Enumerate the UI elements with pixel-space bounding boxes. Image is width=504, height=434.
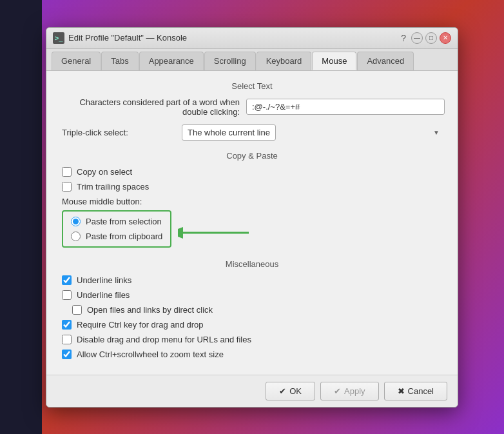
require-ctrl-drag-checkbox[interactable] (62, 320, 72, 330)
miscellaneous-section-title: Miscellaneous (59, 259, 445, 269)
paste-from-clipboard-radio[interactable] (71, 232, 81, 241)
maximize-button[interactable]: □ (425, 32, 437, 44)
copy-paste-section-title: Copy & Paste (59, 151, 445, 161)
disable-drag-drop-row: Disable drag and drop menu for URLs and … (59, 335, 445, 344)
tab-general[interactable]: General (52, 52, 101, 70)
paste-from-selection-row: Paste from selection (71, 217, 162, 226)
mouse-middle-radio-group: Paste from selection Paste from clipboar… (62, 210, 171, 248)
underline-files-label: Underline files (77, 290, 130, 300)
trim-trailing-checkbox[interactable] (62, 182, 72, 192)
select-text-section-title: Select Text (59, 81, 445, 91)
apply-icon: ✔ (334, 386, 341, 396)
ok-label: OK (289, 386, 302, 396)
underline-links-checkbox[interactable] (62, 275, 72, 285)
tabs-bar: General Tabs Appearance Scrolling Keyboa… (46, 49, 458, 71)
trim-trailing-row: Trim trailing spaces (59, 182, 445, 192)
triple-click-select-wrapper: The whole current line (182, 124, 445, 141)
title-bar-controls: ? — □ ✕ (401, 32, 451, 44)
paste-from-clipboard-label: Paste from clipboard (86, 232, 162, 241)
paste-from-clipboard-row: Paste from clipboard (71, 232, 162, 241)
tab-tabs[interactable]: Tabs (101, 52, 138, 70)
triple-click-label: Triple-click select: (59, 128, 175, 137)
allow-ctrl-scroll-row: Allow Ctrl+scrollwheel to zoom text size (59, 350, 445, 359)
allow-ctrl-scroll-label: Allow Ctrl+scrollwheel to zoom text size (77, 350, 224, 359)
minimize-button[interactable]: — (411, 32, 423, 44)
copy-on-select-row: Copy on select (59, 167, 445, 177)
title-bar: >_ Edit Profile "Default" — Konsole ? — … (46, 28, 458, 49)
cancel-button[interactable]: ✖ Cancel (384, 382, 447, 400)
title-bar-left: >_ Edit Profile "Default" — Konsole (53, 32, 187, 44)
characters-field-row: Characters considered part of a word whe… (59, 97, 445, 117)
underline-links-label: Underline links (77, 275, 131, 285)
open-files-checkbox[interactable] (72, 305, 82, 315)
radio-group-container: Paste from selection Paste from clipboar… (59, 210, 171, 255)
ok-icon: ✔ (279, 386, 286, 396)
triple-click-select[interactable]: The whole current line (182, 124, 276, 141)
underline-files-checkbox[interactable] (62, 290, 72, 300)
window-title: Edit Profile "Default" — Konsole (68, 33, 187, 43)
help-button[interactable]: ? (401, 33, 406, 43)
ok-button[interactable]: ✔ OK (266, 382, 315, 400)
open-files-label: Open files and links by direct click (87, 305, 213, 315)
mouse-middle-label: Mouse middle button: (59, 197, 445, 206)
tab-keyboard[interactable]: Keyboard (257, 52, 312, 70)
tab-advanced[interactable]: Advanced (357, 52, 414, 70)
tab-content: Select Text Characters considered part o… (46, 71, 458, 375)
apply-label: Apply (344, 386, 365, 396)
trim-trailing-label: Trim trailing spaces (77, 182, 149, 192)
disable-drag-drop-checkbox[interactable] (62, 335, 72, 344)
dialog-footer: ✔ OK ✔ Apply ✖ Cancel (46, 375, 458, 407)
dialog-window: >_ Edit Profile "Default" — Konsole ? — … (46, 27, 458, 408)
require-ctrl-drag-label: Require Ctrl key for drag and drop (77, 320, 204, 330)
cancel-label: Cancel (408, 386, 434, 396)
characters-input[interactable] (246, 99, 445, 115)
green-arrow-annotation (178, 223, 255, 242)
paste-from-selection-radio[interactable] (71, 217, 81, 226)
require-ctrl-drag-row: Require Ctrl key for drag and drop (59, 320, 445, 330)
tab-scrolling[interactable]: Scrolling (204, 52, 256, 70)
copy-on-select-label: Copy on select (77, 167, 132, 177)
open-files-row: Open files and links by direct click (59, 305, 445, 315)
paste-from-selection-label: Paste from selection (86, 217, 162, 226)
allow-ctrl-scroll-checkbox[interactable] (62, 350, 72, 359)
close-button[interactable]: ✕ (440, 32, 451, 44)
copy-on-select-checkbox[interactable] (62, 167, 72, 177)
cancel-icon: ✖ (398, 386, 405, 396)
characters-label: Characters considered part of a word whe… (59, 97, 240, 117)
tab-mouse[interactable]: Mouse (312, 52, 356, 70)
underline-links-row: Underline links (59, 275, 445, 285)
underline-files-row: Underline files (59, 290, 445, 300)
konsole-app-icon: >_ (53, 32, 64, 44)
tab-appearance[interactable]: Appearance (139, 52, 204, 70)
triple-click-row: Triple-click select: The whole current l… (59, 124, 445, 141)
disable-drag-drop-label: Disable drag and drop menu for URLs and … (77, 335, 251, 344)
apply-button[interactable]: ✔ Apply (320, 382, 379, 400)
